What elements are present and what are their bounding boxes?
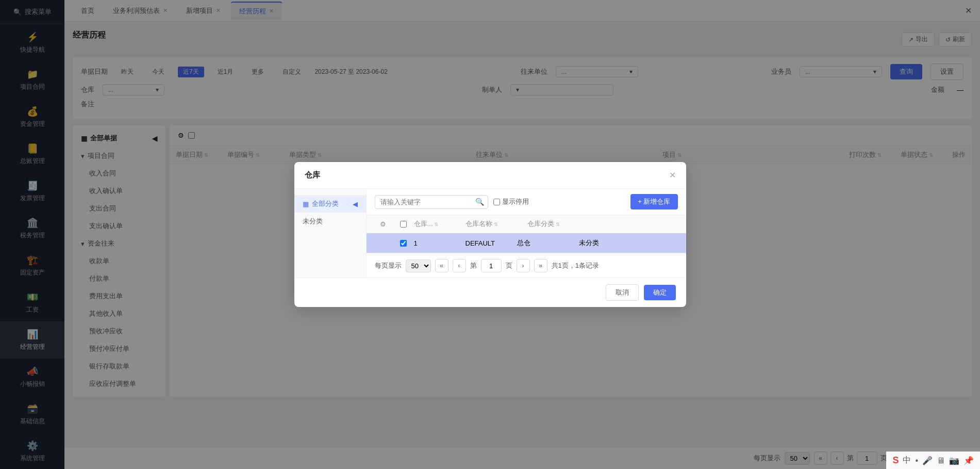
modal-table-header: ⚙ 仓库... ⇅ 仓库名称 ⇅ xyxy=(367,215,686,233)
modal-left-panel: ▦ 全部分类 ◀ 未分类 xyxy=(294,189,367,278)
modal-pagination: 每页显示 50 « ‹ 第 页 › » 共1页，1条记录 xyxy=(367,253,686,278)
modal-title: 仓库 xyxy=(305,170,320,180)
th-category: 仓库分类 ⇅ xyxy=(527,219,680,229)
modal-footer: 取消 确定 xyxy=(294,278,686,307)
th-settings: ⚙ xyxy=(373,220,393,228)
modal-table: ⚙ 仓库... ⇅ 仓库名称 ⇅ xyxy=(367,215,686,253)
row-checkbox[interactable] xyxy=(400,240,407,247)
td-name: 总仓 xyxy=(517,238,579,248)
td-checkbox xyxy=(393,240,414,247)
modal-body: ▦ 全部分类 ◀ 未分类 🔍 xyxy=(294,189,686,278)
table-row[interactable]: 1 DEFAULT 总仓 未分类 xyxy=(367,233,686,253)
sort-name-icon[interactable]: ⇅ xyxy=(494,221,498,227)
td-code: DEFAULT xyxy=(466,239,517,247)
modal-left-unclassified[interactable]: 未分类 xyxy=(294,213,366,230)
modal-overlay: 仓库 ✕ ▦ 全部分类 ◀ 未分类 xyxy=(0,0,980,469)
taskbar-monitor-icon[interactable]: 🖥 xyxy=(937,456,945,465)
search-input-wrap: 🔍 xyxy=(375,195,488,209)
modal-next-page[interactable]: › xyxy=(517,259,530,272)
modal-prev-page[interactable]: ‹ xyxy=(453,259,466,272)
warehouse-modal: 仓库 ✕ ▦ 全部分类 ◀ 未分类 xyxy=(294,162,686,307)
all-categories-icon: ▦ xyxy=(303,200,309,208)
taskbar: S 中 • 🎤 🖥 📷 📌 xyxy=(886,451,980,469)
th-checkbox xyxy=(393,221,414,228)
modal-header: 仓库 ✕ xyxy=(294,162,686,189)
taskbar-s-icon: S xyxy=(892,455,899,466)
confirm-button[interactable]: 确定 xyxy=(644,285,676,300)
th-code: 仓库... ⇅ xyxy=(414,219,466,229)
modal-right-panel: 🔍 显示停用 + 新增仓库 ⚙ xyxy=(367,189,686,278)
modal-collapse-icon[interactable]: ◀ xyxy=(353,200,358,208)
modal-page-size-label: 每页显示 xyxy=(375,261,402,270)
modal-toolbar: 🔍 显示停用 + 新增仓库 xyxy=(367,189,686,215)
td-id: 1 xyxy=(414,239,466,247)
select-all-modal-checkbox[interactable] xyxy=(400,221,407,228)
modal-left-all[interactable]: ▦ 全部分类 ◀ xyxy=(294,195,366,213)
show-disabled-checkbox[interactable] xyxy=(493,199,500,205)
th-name: 仓库名称 ⇅ xyxy=(466,219,527,229)
td-category: 未分类 xyxy=(579,238,680,248)
settings-col-icon[interactable]: ⚙ xyxy=(380,220,386,228)
modal-page-suffix: 页 xyxy=(506,261,512,270)
modal-last-page[interactable]: » xyxy=(534,259,547,272)
modal-page-label: 第 xyxy=(470,261,477,270)
search-icon[interactable]: 🔍 xyxy=(475,198,484,206)
taskbar-zh-icon[interactable]: 中 xyxy=(903,455,911,466)
show-disabled-label[interactable]: 显示停用 xyxy=(493,197,529,206)
all-categories-label: 全部分类 xyxy=(312,199,339,208)
taskbar-mic-icon[interactable]: 🎤 xyxy=(922,456,933,465)
sort-code-icon[interactable]: ⇅ xyxy=(434,221,438,227)
show-disabled-text: 显示停用 xyxy=(502,197,529,206)
modal-page-input[interactable] xyxy=(481,259,502,272)
warehouse-search-input[interactable] xyxy=(375,195,488,209)
taskbar-pin-icon[interactable]: 📌 xyxy=(964,456,974,465)
modal-first-page[interactable]: « xyxy=(435,259,449,272)
taskbar-camera-icon[interactable]: 📷 xyxy=(949,456,959,465)
modal-close-button[interactable]: ✕ xyxy=(669,170,676,180)
unclassified-label: 未分类 xyxy=(303,217,323,226)
modal-page-size-select[interactable]: 50 xyxy=(406,260,431,272)
sort-category-icon[interactable]: ⇅ xyxy=(556,221,560,227)
taskbar-dot-icon: • xyxy=(915,456,918,465)
add-warehouse-button[interactable]: + 新增仓库 xyxy=(630,194,677,209)
modal-total-info: 共1页，1条记录 xyxy=(552,261,599,270)
cancel-button[interactable]: 取消 xyxy=(606,284,639,301)
